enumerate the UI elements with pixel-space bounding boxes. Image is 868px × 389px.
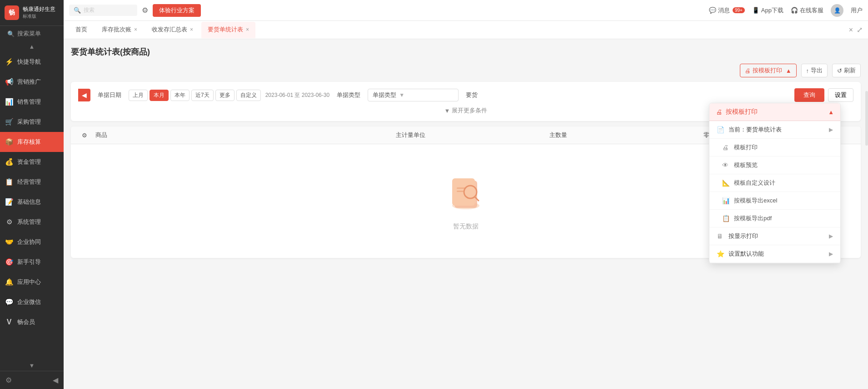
col-qty: 主数量 [546, 131, 699, 139]
doc-type-select[interactable]: 单据类型 ▼ [368, 89, 459, 101]
sidebar-settings-icon[interactable]: ⚙ [5, 376, 12, 384]
sidebar-item-cooperation[interactable]: 🤝 企业协同 [0, 232, 64, 252]
template-preview-item[interactable]: 👁 模板预览 [709, 157, 840, 174]
tabs-right-controls: × ⤢ [849, 25, 863, 34]
topbar-search[interactable]: 🔍 搜索 [69, 5, 137, 16]
tab-order-stats[interactable]: 要货单统计表 × [201, 22, 255, 38]
sidebar-item-wechat[interactable]: 💬 企业微信 [0, 292, 64, 312]
date-filter-label: 单据日期 [98, 91, 121, 99]
query-btn[interactable]: 查询 [794, 88, 824, 102]
col-unit: 主计量单位 [392, 131, 546, 139]
online-service-icon: 🎧 [791, 7, 798, 14]
template-export-pdf-icon: 📋 [722, 215, 729, 222]
messages-icon: 💬 [709, 7, 716, 14]
tabs-bar: 首页 库存批次账 × 收发存汇总表 × 要货单统计表 × × ⤢ [64, 21, 868, 39]
sidebar-item-marketing[interactable]: 📢 营销推广 [0, 72, 64, 92]
wechat-icon: 💬 [5, 298, 14, 307]
sidebar-item-inventory[interactable]: 📦 库存核算 [0, 132, 64, 152]
date-btn-last-month[interactable]: 上月 [129, 90, 148, 101]
app-name: 畅康通好生意 [23, 6, 55, 13]
app-name-block: 畅康通好生意 标准版 [23, 6, 55, 20]
set-default-label: 设置默认功能 [728, 250, 824, 258]
tab-home[interactable]: 首页 [69, 22, 94, 38]
sidebar-item-finance[interactable]: 💰 资金管理 [0, 152, 64, 172]
template-design-item[interactable]: 📐 模板自定义设计 [709, 174, 840, 192]
tab-window-close-icon[interactable]: × [849, 26, 853, 34]
vertical-scrollbar[interactable] [865, 91, 868, 146]
template-print-icon: 🖨 [722, 144, 729, 151]
display-print-arrow-icon: ▶ [829, 233, 833, 239]
sidebar-item-system[interactable]: ⚙ 系统管理 [0, 212, 64, 232]
template-print-item[interactable]: 🖨 模板打印 [709, 139, 840, 157]
sidebar-bottom: ⚙ ◀ [0, 371, 64, 389]
col-settings[interactable]: ⚙ [78, 132, 92, 139]
print-dropdown-collapse-icon[interactable]: ▲ [828, 109, 834, 116]
current-template-arrow-icon: ▶ [829, 126, 833, 133]
app-download-btn[interactable]: 📱 App下载 [752, 6, 783, 15]
sidebar-item-operations[interactable]: 📋 经营管理 [0, 172, 64, 192]
template-export-excel-item[interactable]: 📊 按模板导出excel [709, 192, 840, 210]
cooperation-label: 企业协同 [17, 238, 41, 246]
sidebar-search-item[interactable]: 🔍 搜索菜单 [0, 26, 64, 41]
settings-btn[interactable]: 设置 [828, 88, 853, 102]
sidebar-collapse-icon[interactable]: ◀ [53, 376, 58, 384]
current-template-icon: 📄 [717, 126, 724, 133]
sidebar-item-quick-nav[interactable]: ⚡ 快捷导航 [0, 52, 64, 72]
sidebar-item-guide[interactable]: 🎯 新手引导 [0, 252, 64, 272]
tab-order-stats-close[interactable]: × [246, 26, 249, 33]
sidebar-item-app-center[interactable]: 🔔 应用中心 [0, 272, 64, 292]
current-template-label: 当前：要货单统计表 [728, 126, 824, 134]
tab-receipt-summary[interactable]: 收发存汇总表 × [145, 22, 200, 38]
date-btn-this-year[interactable]: 本年 [170, 90, 190, 101]
topbar-search-icon: 🔍 [74, 7, 81, 14]
sidebar-logo: 畅 畅康通好生意 标准版 [0, 0, 64, 26]
template-print-label: 模板打印 [734, 143, 758, 152]
print-btn[interactable]: 🖨 按模板打印 ▲ [740, 64, 797, 77]
sidebar-scroll-up[interactable]: ▲ [0, 41, 64, 52]
system-label: 系统管理 [17, 218, 41, 226]
sidebar: 畅 畅康通好生意 标准版 🔍 搜索菜单 ▲ ⚡ 快捷导航 📢 营销推广 📊 销售… [0, 0, 64, 389]
topbar-settings-icon[interactable]: ⚙ [142, 6, 148, 15]
date-btn-this-month[interactable]: 本月 [150, 90, 169, 101]
date-btn-7days[interactable]: 近7天 [191, 90, 214, 101]
col-product: 商品 [92, 131, 392, 139]
user-avatar[interactable]: 👤 [831, 4, 843, 17]
print-dropdown-title: 🖨 按模板打印 [716, 108, 758, 116]
tab-maximize-icon[interactable]: ⤢ [857, 25, 863, 34]
tab-home-label: 首页 [75, 25, 87, 34]
finance-label: 资金管理 [17, 158, 41, 166]
tab-batch-accounts-close[interactable]: × [134, 26, 137, 33]
action-bar: 🖨 按模板打印 ▲ ↑ 导出 ↺ 刷新 [71, 64, 861, 77]
filter-toggle-btn[interactable]: ◀ [78, 89, 90, 101]
template-preview-label: 模板预览 [734, 161, 758, 169]
template-export-pdf-item[interactable]: 📋 按模板导出pdf [709, 210, 840, 227]
date-btn-more[interactable]: 更多 [215, 90, 234, 101]
sidebar-item-purchase[interactable]: 🛒 采购管理 [0, 112, 64, 132]
tab-receipt-summary-close[interactable]: × [190, 26, 193, 33]
refresh-btn[interactable]: ↺ 刷新 [832, 64, 861, 77]
sidebar-item-sales[interactable]: 📊 销售管理 [0, 92, 64, 112]
user-name[interactable]: 用户 [851, 6, 863, 15]
sidebar-item-basic-info[interactable]: 📝 基础信息 [0, 192, 64, 212]
sidebar-item-membership[interactable]: V 畅会员 [0, 312, 64, 332]
export-icon: ↑ [806, 67, 809, 74]
print-dropdown-header: 🖨 按模板打印 ▲ [709, 103, 840, 121]
doc-type-arrow-icon: ▼ [399, 92, 404, 98]
export-btn[interactable]: ↑ 导出 [801, 64, 828, 77]
date-btn-custom[interactable]: 自定义 [236, 90, 261, 101]
set-default-item[interactable]: ⭐ 设置默认功能 ▶ [709, 245, 840, 263]
basic-info-icon: 📝 [5, 197, 14, 207]
page-title: 要货单统计表(按商品) [71, 46, 861, 57]
trial-btn[interactable]: 体验行业方案 [153, 4, 201, 17]
operations-icon: 📋 [5, 177, 14, 187]
date-filter-group: 上月 本月 本年 近7天 更多 自定义 2023-06-01 至 2023-06… [129, 90, 329, 101]
current-template-item[interactable]: 📄 当前：要货单统计表 ▶ [709, 121, 840, 139]
display-print-item[interactable]: 🖥 按显示打印 ▶ [709, 227, 840, 245]
tab-batch-accounts[interactable]: 库存批次账 × [95, 22, 144, 38]
sidebar-scroll-down[interactable]: ▼ [0, 360, 64, 371]
online-service-btn[interactable]: 🎧 在线客服 [791, 6, 823, 15]
date-range-display: 2023-06-01 至 2023-06-30 [265, 91, 329, 99]
messages-btn[interactable]: 💬 消息 99+ [709, 6, 745, 15]
tab-receipt-summary-label: 收发存汇总表 [152, 25, 187, 34]
template-design-label: 模板自定义设计 [734, 179, 775, 187]
